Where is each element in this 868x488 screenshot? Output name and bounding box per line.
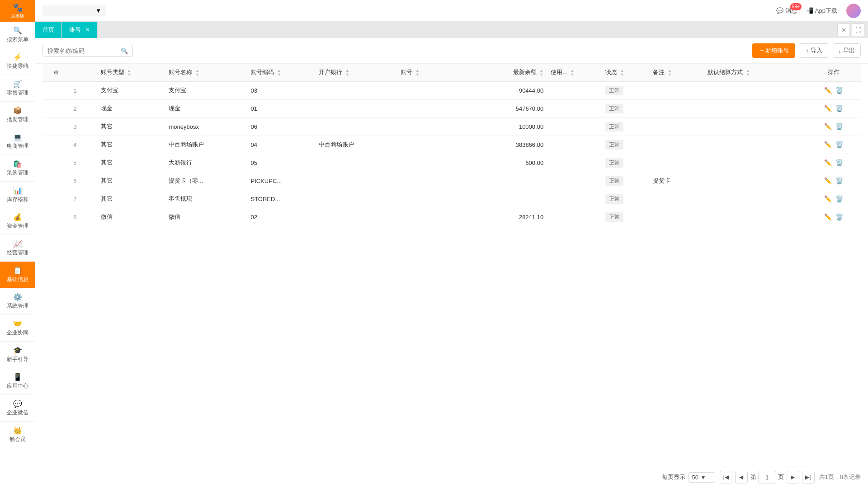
page-number-input[interactable] [758, 471, 776, 483]
tab-home-label: 首页 [42, 26, 54, 34]
table-row: 2 现金 现金 01 547670.00 正常 ✏️ 🗑️ [42, 99, 861, 117]
row-action: ✏️ 🗑️ [806, 136, 861, 154]
export-icon: ↓ [839, 47, 842, 54]
page-size-dropdown[interactable]: 50 ▼ [688, 472, 715, 483]
col-use[interactable]: 使用... ▲▼ [547, 64, 602, 81]
topbar-search-box[interactable]: ▼ [42, 5, 106, 16]
sidebar-item-basic-info[interactable]: 📋 基础信息 [0, 262, 35, 288]
edit-icon[interactable]: ✏️ [824, 177, 832, 184]
import-btn-label: 导入 [811, 47, 822, 55]
prev-page-btn[interactable]: ◀ [735, 471, 748, 483]
col-default[interactable]: 默认结算方式 ▲▼ [704, 64, 806, 81]
table-header-row: ⚙ 账号类型 ▲▼ 账号名称 ▲▼ 账号编码 ▲▼ [42, 64, 861, 81]
sidebar-item-label: 基础信息 [7, 276, 28, 283]
ecom-mgmt-icon: 💻 [13, 133, 22, 141]
topbar-search-input[interactable] [47, 8, 95, 14]
sort-bank-icon: ▲▼ [345, 69, 349, 77]
table-row: 3 其它 moneybosx 06 10000.00 正常 ✏️ 🗑️ [42, 117, 861, 136]
sidebar-item-label: 新手引导 [7, 356, 28, 363]
col-remark[interactable]: 备注 ▲▼ [649, 64, 704, 81]
basic-info-icon: 📋 [13, 266, 22, 275]
col-action: 操作 [806, 64, 861, 81]
sidebar-item-purchase-mgmt[interactable]: 🛍️ 采购管理 [0, 155, 35, 182]
message-button[interactable]: 💬 消息 99+ [776, 7, 797, 15]
first-page-btn[interactable]: |◀ [720, 471, 732, 483]
row-num: 2 [70, 99, 97, 117]
account-search-box[interactable]: 🔍 [42, 45, 133, 57]
tab-close-page-icon[interactable]: ✕ [837, 23, 850, 36]
row-account [397, 190, 465, 208]
col-account-label: 账号 [401, 69, 412, 75]
edit-icon[interactable]: ✏️ [824, 123, 832, 130]
sidebar-item-wholesale-mgmt[interactable]: 📦 批发管理 [0, 102, 35, 128]
col-type[interactable]: 账号类型 ▲▼ [97, 64, 165, 81]
row-balance [465, 190, 547, 208]
row-type: 现金 [97, 99, 165, 117]
col-balance[interactable]: 最新余额 ▲▼ [465, 64, 547, 81]
next-page-btn[interactable]: ▶ [787, 471, 799, 483]
sort-balance-icon: ▲▼ [539, 69, 543, 77]
sidebar-item-enterprise[interactable]: 🤝 企业协同 [0, 315, 35, 342]
sidebar-item-system-mgmt[interactable]: ⚙️ 系统管理 [0, 288, 35, 315]
sidebar-item-ops-mgmt[interactable]: 📈 经营管理 [0, 235, 35, 262]
col-balance-label: 最新余额 [513, 69, 537, 75]
user-avatar[interactable] [846, 4, 861, 18]
col-bank[interactable]: 开户银行 ▲▼ [315, 64, 397, 81]
row-account [397, 172, 465, 190]
tab-maximize-icon[interactable]: ⛶ [852, 23, 864, 36]
col-setting[interactable]: ⚙ [42, 64, 70, 81]
add-account-button[interactable]: + 新增账号 [752, 43, 795, 58]
sidebar-item-retail-mgmt[interactable]: 🛒 零售管理 [0, 75, 35, 102]
sidebar-item-ecom-mgmt[interactable]: 💻 电商管理 [0, 128, 35, 155]
col-name[interactable]: 账号名称 ▲▼ [165, 64, 247, 81]
download-button[interactable]: 📲 App下载 [806, 7, 837, 15]
row-code: 01 [247, 99, 315, 117]
delete-icon[interactable]: 🗑️ [835, 87, 843, 94]
sort-status-icon: ▲▼ [620, 69, 624, 77]
logo-sub-text: 乐惠版 [11, 13, 24, 19]
sidebar-item-guide[interactable]: 🎓 新手引导 [0, 342, 35, 368]
export-button[interactable]: ↓ 导出 [833, 43, 861, 58]
delete-icon[interactable]: 🗑️ [835, 105, 843, 112]
edit-icon[interactable]: ✏️ [824, 195, 832, 202]
col-account[interactable]: 账号 ▲▼ [397, 64, 465, 81]
col-use-label: 使用... [551, 69, 567, 75]
sort-remark-icon: ▲▼ [668, 69, 672, 77]
edit-icon[interactable]: ✏️ [824, 87, 832, 94]
sidebar-item-finance-mgmt[interactable]: 💰 资金管理 [0, 208, 35, 235]
sidebar-item-quick-nav[interactable]: ⚡ 快捷导航 [0, 48, 35, 75]
enterprise-wx-icon: 💬 [13, 399, 22, 408]
row-account [397, 99, 465, 117]
delete-icon[interactable]: 🗑️ [835, 213, 843, 221]
sidebar-item-vip-member[interactable]: 👑 畅会员 [0, 422, 35, 448]
row-type: 支付宝 [97, 81, 165, 99]
delete-icon[interactable]: 🗑️ [835, 159, 843, 166]
account-search-input[interactable] [47, 47, 118, 54]
edit-icon[interactable]: ✏️ [824, 213, 832, 221]
col-status[interactable]: 状态 ▲▼ [602, 64, 650, 81]
delete-icon[interactable]: 🗑️ [835, 123, 843, 130]
delete-icon[interactable]: 🗑️ [835, 177, 843, 184]
import-button[interactable]: ↑ 导入 [800, 43, 828, 58]
sidebar-item-app-center[interactable]: 📱 应用中心 [0, 368, 35, 395]
row-action: ✏️ 🗑️ [806, 99, 861, 117]
delete-icon[interactable]: 🗑️ [835, 141, 843, 148]
sidebar-item-inventory[interactable]: 📊 库存核算 [0, 182, 35, 208]
tab-home[interactable]: 首页 [35, 22, 62, 38]
row-setting [42, 154, 70, 172]
col-action-label: 操作 [828, 69, 840, 75]
col-code[interactable]: 账号编码 ▲▼ [247, 64, 315, 81]
sidebar-item-search-menu[interactable]: 🔍 搜索菜单 [0, 22, 35, 48]
edit-icon[interactable]: ✏️ [824, 159, 832, 166]
guide-icon: 🎓 [13, 346, 22, 355]
edit-icon[interactable]: ✏️ [824, 105, 832, 112]
sidebar-item-label: 搜索菜单 [7, 36, 28, 43]
tab-account[interactable]: 账号 ✕ [62, 22, 98, 38]
sidebar-item-enterprise-wx[interactable]: 💬 企业微信 [0, 395, 35, 422]
tab-close-icon[interactable]: ✕ [85, 27, 90, 33]
topbar-search-dropdown-icon[interactable]: ▼ [95, 7, 101, 14]
app-center-icon: 📱 [13, 373, 22, 381]
edit-icon[interactable]: ✏️ [824, 141, 832, 148]
last-page-btn[interactable]: ▶| [802, 471, 815, 483]
delete-icon[interactable]: 🗑️ [835, 195, 843, 202]
